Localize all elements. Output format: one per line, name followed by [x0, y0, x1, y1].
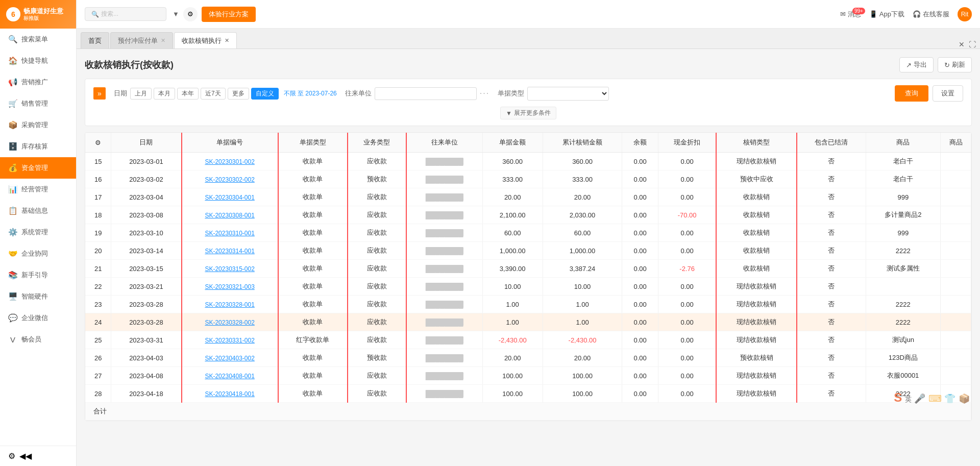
query-button[interactable]: 查询 — [895, 85, 928, 102]
sidebar-item-corp[interactable]: 🤝企业协同 — [0, 243, 76, 264]
sidebar-item-ops[interactable]: 📊经营管理 — [0, 179, 76, 200]
topbar: 🔍 搜索... ▼ ⚙ 体验行业方案 ✉ 消息 99+ 📱 App下载 🎧 — [77, 0, 980, 29]
sidebar-item-inventory[interactable]: 🗄️库存核算 — [0, 136, 76, 157]
bill-no-link[interactable]: SK-20230403-002 — [205, 355, 254, 362]
expand-conditions-btn[interactable]: ▼ 展开更多条件 — [500, 107, 556, 119]
online-service-area[interactable]: 🎧 在线客服 — [913, 10, 949, 19]
row-date: 2023-04-08 — [111, 367, 182, 385]
sidebar-icon-purchase: 📦 — [8, 120, 17, 130]
table-row: 27 2023-04-08 SK-20230408-001 收款单 应收款 ██… — [85, 367, 971, 385]
collapse-filter-btn[interactable]: » — [93, 87, 106, 100]
close-collection-tab[interactable]: ✕ — [225, 37, 229, 44]
settings-icon[interactable]: ⚙ — [8, 451, 15, 461]
collapse-icon[interactable]: ◀◀ — [19, 451, 32, 461]
row-balance: 0.00 — [622, 296, 658, 313]
filter-bar: » 日期 上月 本月 本年 近7天 更多 自定义 不限 至 2023-07-26… — [85, 79, 972, 126]
counterparty-input[interactable] — [375, 87, 477, 100]
date-btn-custom[interactable]: 自定义 — [251, 88, 279, 100]
date-btn-this-month[interactable]: 本月 — [154, 88, 175, 100]
sidebar-item-finance[interactable]: 💰资金管理 — [0, 157, 76, 179]
bill-no-link[interactable]: SK-20230408-001 — [205, 373, 254, 380]
sidebar-item-marketing[interactable]: 📢营销推广 — [0, 71, 76, 93]
industry-btn[interactable]: 体验行业方案 — [202, 7, 256, 22]
row-bill-type: 收款单 — [278, 170, 348, 188]
bill-no-link[interactable]: SK-20230304-001 — [205, 194, 254, 201]
sidebar-item-sales[interactable]: 🛒销售管理 — [0, 93, 76, 114]
sidebar: 6 畅康道好生意 标推版 🔍搜索菜单🏠快捷导航📢营销推广🛒销售管理📦采购管理🗄️… — [0, 0, 77, 466]
messages-badge: 99+ — [852, 8, 865, 14]
row-date: 2023-03-28 — [111, 296, 182, 313]
sidebar-item-search[interactable]: 🔍搜索菜单 — [0, 29, 76, 50]
row-no: 18 — [85, 206, 111, 224]
sidebar-label-purchase: 采购管理 — [21, 120, 48, 130]
sidebar-item-purchase[interactable]: 📦采购管理 — [0, 114, 76, 136]
row-bill-no: SK-20230328-001 — [182, 296, 278, 313]
bill-no-link[interactable]: SK-20230331-002 — [205, 337, 254, 344]
row-amount: 20.00 — [482, 188, 543, 206]
row-goods2 — [941, 153, 971, 170]
tab-home[interactable]: 首页 — [81, 32, 109, 48]
bill-no-link[interactable]: SK-20230315-002 — [205, 265, 254, 273]
sidebar-item-quick-nav[interactable]: 🏠快捷导航 — [0, 50, 76, 71]
col-header-accum-amount: 累计核销金额 — [543, 133, 622, 153]
sidebar-item-guide[interactable]: 📚新手引导 — [0, 264, 76, 286]
refresh-button[interactable]: ↻ 刷新 — [938, 57, 972, 72]
row-accum-amount: 360.00 — [543, 153, 622, 170]
voucher-type-select[interactable]: 收款单 红字收款单 — [527, 87, 609, 101]
date-btn-prev-month[interactable]: 上月 — [130, 88, 152, 100]
bill-no-link[interactable]: SK-20230301-002 — [205, 158, 254, 165]
row-include-settled: 否 — [797, 385, 866, 403]
bill-no-link[interactable]: SK-20230310-001 — [205, 230, 254, 237]
table-total-row: 合计 — [85, 403, 971, 421]
row-no: 16 — [85, 170, 111, 188]
row-accum-amount: 1.00 — [543, 313, 622, 331]
sidebar-item-basic[interactable]: 📋基础信息 — [0, 200, 76, 222]
bill-no-link[interactable]: SK-20230328-002 — [205, 319, 254, 326]
row-balance: 0.00 — [622, 331, 658, 349]
close-payable-tab[interactable]: ✕ — [161, 37, 165, 44]
sidebar-item-member[interactable]: V畅会员 — [0, 329, 76, 350]
bill-no-link[interactable]: SK-20230418-001 — [205, 390, 254, 398]
message-icon: ✉ — [840, 10, 846, 18]
tab-collection[interactable]: 收款核销执行 ✕ — [174, 32, 237, 48]
date-btn-more[interactable]: 更多 — [228, 88, 249, 100]
row-include-settled: 否 — [797, 349, 866, 367]
table-row: 23 2023-03-28 SK-20230328-001 收款单 应收款 ██… — [85, 296, 971, 313]
row-verify-type: 现结收款核销 — [716, 296, 796, 313]
table-row: 15 2023-03-01 SK-20230301-002 收款单 应收款 ██… — [85, 153, 971, 170]
date-btn-this-year[interactable]: 本年 — [177, 88, 199, 100]
bill-no-link[interactable]: SK-20230328-001 — [205, 301, 254, 308]
tab-payable[interactable]: 预付冲应付单 ✕ — [110, 32, 173, 48]
col-header-settings[interactable]: ⚙ — [85, 133, 111, 153]
row-balance: 0.00 — [622, 188, 658, 206]
row-accum-amount: 20.00 — [543, 188, 622, 206]
bill-no-link[interactable]: SK-20230302-002 — [205, 176, 254, 183]
sidebar-item-wechat[interactable]: 💬企业微信 — [0, 307, 76, 329]
gear-button[interactable]: ⚙ — [183, 7, 198, 21]
settings-button[interactable]: 设置 — [933, 85, 963, 102]
bill-no-link[interactable]: SK-20230308-001 — [205, 212, 254, 219]
user-area[interactable]: Rit — [958, 7, 972, 21]
row-goods2 — [941, 349, 971, 367]
date-btn-7days[interactable]: 近7天 — [201, 88, 226, 100]
row-bill-type: 收款单 — [278, 385, 348, 403]
messages-area[interactable]: ✉ 消息 99+ — [840, 10, 861, 19]
expand-tab-icon[interactable]: ⛶ — [969, 40, 976, 48]
close-tab-icon[interactable]: ✕ — [959, 40, 965, 48]
row-biz-type: 应收款 — [348, 367, 406, 385]
sidebar-item-system[interactable]: ⚙️系统管理 — [0, 222, 76, 243]
row-cash-discount: 0.00 — [658, 188, 716, 206]
row-verify-type: 收款核销 — [716, 260, 796, 278]
topbar-search[interactable]: 🔍 搜索... — [85, 7, 166, 21]
row-balance: 0.00 — [622, 170, 658, 188]
row-biz-type: 应收款 — [348, 296, 406, 313]
sidebar-item-hardware[interactable]: 🖥️智能硬件 — [0, 286, 76, 307]
export-button[interactable]: ↗ 导出 — [899, 57, 934, 72]
industry-dropdown[interactable]: ▼ — [170, 10, 179, 18]
row-balance: 0.00 — [622, 242, 658, 260]
app-download-area[interactable]: 📱 App下载 — [869, 10, 904, 19]
col-header-cash-discount: 现金折扣 — [658, 133, 716, 153]
bill-no-link[interactable]: SK-20230321-003 — [205, 283, 254, 290]
bill-no-link[interactable]: SK-20230314-001 — [205, 248, 254, 255]
sidebar-label-system: 系统管理 — [21, 228, 48, 237]
